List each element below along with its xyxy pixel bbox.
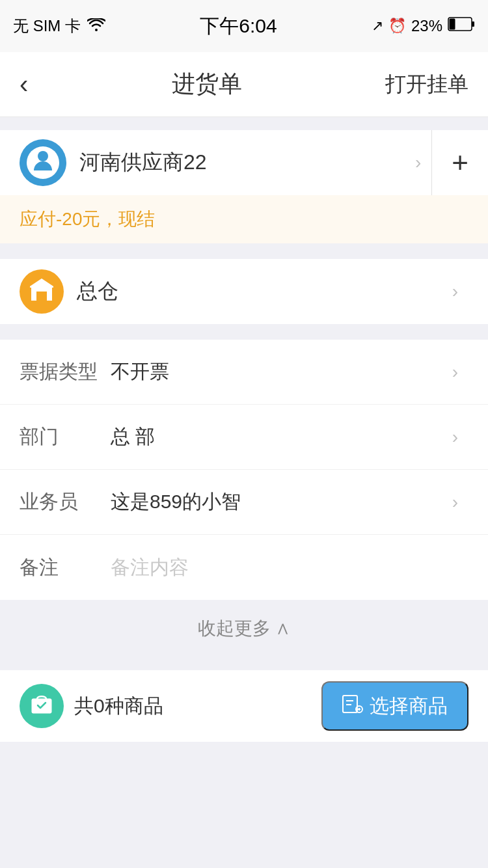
remark-row[interactable]: 备注 备注内容	[0, 535, 488, 600]
salesperson-label: 业务员	[20, 489, 111, 515]
body-fill	[0, 742, 488, 868]
warehouse-chevron-icon: ›	[442, 281, 468, 302]
status-right: ↗ ⏰ 23%	[372, 17, 475, 35]
product-count-text: 共0种商品	[74, 693, 163, 720]
warehouse-name: 总仓	[77, 277, 442, 306]
section-divider-1	[0, 117, 488, 130]
svg-rect-1	[472, 21, 474, 27]
svg-rect-5	[36, 292, 42, 301]
section-divider-3	[0, 324, 488, 337]
person-icon	[31, 148, 55, 177]
carrier-text: 无 SIM 卡	[13, 16, 81, 36]
warehouse-icon	[29, 277, 55, 306]
product-icon-wrap	[20, 684, 64, 728]
salesperson-row[interactable]: 业务员 这是859的小智 ›	[0, 470, 488, 535]
wifi-icon	[87, 17, 105, 35]
salesperson-chevron-icon: ›	[442, 492, 468, 513]
supplier-avatar	[20, 139, 66, 186]
remark-placeholder[interactable]: 备注内容	[111, 554, 468, 581]
status-time: 下午6:04	[200, 13, 277, 40]
form-section: 票据类型 不开票 › 部门 总 部 › 业务员 这是859的小智 › 备注 备注…	[0, 340, 488, 600]
nav-bar: ‹ 进货单 打开挂单	[0, 52, 488, 117]
select-product-button[interactable]: 选择商品	[321, 681, 468, 731]
supplier-name: 河南供应商22	[79, 148, 405, 177]
bottom-bar: 共0种商品 选择商品	[0, 670, 488, 742]
back-button[interactable]: ‹	[20, 70, 28, 99]
invoice-type-row[interactable]: 票据类型 不开票 ›	[0, 340, 488, 405]
department-label: 部门	[20, 424, 111, 450]
open-pending-button[interactable]: 打开挂单	[385, 70, 468, 99]
battery-icon	[448, 17, 475, 35]
invoice-type-label: 票据类型	[20, 359, 111, 385]
remark-label: 备注	[20, 554, 111, 581]
add-supplier-button[interactable]: +	[432, 148, 468, 177]
battery-text: 23%	[411, 17, 442, 35]
supplier-row[interactable]: 河南供应商22 ›	[20, 130, 432, 195]
department-chevron-icon: ›	[442, 427, 468, 448]
invoice-type-value: 不开票	[111, 359, 442, 385]
supplier-avatar-inner	[27, 146, 59, 179]
select-product-label: 选择商品	[370, 693, 448, 720]
collapse-bar[interactable]: 收起更多 ∧	[0, 603, 488, 655]
section-divider-4	[0, 655, 488, 668]
collapse-label: 收起更多 ∧	[198, 616, 291, 641]
alarm-icon: ⏰	[388, 18, 406, 34]
select-product-icon	[342, 695, 363, 718]
svg-point-3	[38, 151, 48, 161]
invoice-type-chevron-icon: ›	[442, 362, 468, 383]
warehouse-icon-wrap	[20, 269, 64, 314]
product-count-wrap: 共0种商品	[20, 684, 163, 728]
warehouse-row[interactable]: 总仓 ›	[0, 259, 488, 324]
supplier-section: 河南供应商22 › +	[0, 130, 488, 195]
info-banner: 应付-20元，现结	[0, 195, 488, 243]
salesperson-value: 这是859的小智	[111, 489, 442, 515]
page-title: 进货单	[172, 68, 242, 100]
section-divider-2	[0, 243, 488, 256]
department-value: 总 部	[111, 424, 442, 450]
svg-rect-2	[449, 19, 455, 30]
info-banner-text: 应付-20元，现结	[20, 209, 155, 229]
location-icon: ↗	[372, 18, 383, 34]
supplier-chevron-icon: ›	[405, 152, 431, 173]
department-row[interactable]: 部门 总 部 ›	[0, 405, 488, 470]
product-icon	[29, 691, 54, 721]
svg-rect-6	[42, 292, 47, 301]
status-left: 无 SIM 卡	[13, 16, 105, 36]
status-bar: 无 SIM 卡 下午6:04 ↗ ⏰ 23%	[0, 0, 488, 52]
